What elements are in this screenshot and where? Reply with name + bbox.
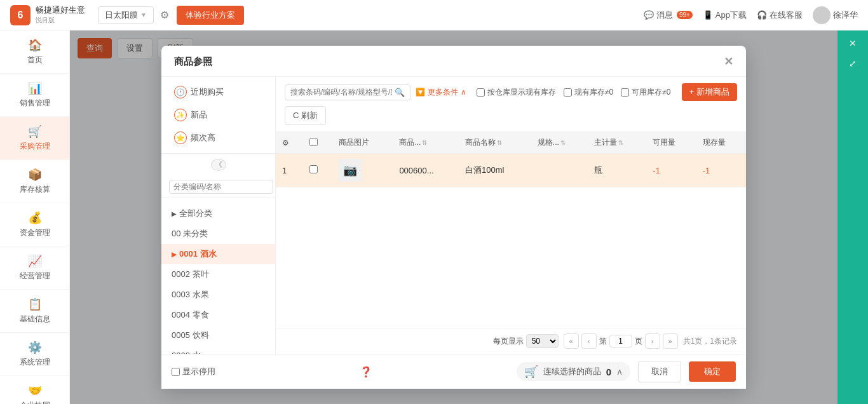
cart-icon[interactable]: 🛒 [524, 365, 538, 379]
filter-icon: 🔽 [416, 88, 425, 97]
cat-item-fruit[interactable]: 0003 水果 [161, 285, 275, 305]
cat-arrow-all: ▶ [172, 210, 177, 217]
checkbox-available-text: 可用库存≠0 [632, 87, 670, 98]
sidebar-item-system[interactable]: ⚙️ 系统管理 [0, 333, 69, 376]
user-item[interactable]: 徐泽华 [813, 6, 858, 24]
show-disabled-label[interactable]: 显示停用 [172, 366, 215, 377]
modal-footer: 显示停用 ❓ 🛒 连续选择的商品 0 ∧ 取消 确定 [161, 354, 746, 389]
checkbox-inventory[interactable] [564, 88, 572, 97]
logo-area: 6 畅捷通好生意 悦目版 [10, 5, 85, 25]
cell-code: 000600... [393, 154, 459, 187]
cat-item-snacks[interactable]: 0004 零食 [161, 305, 275, 325]
category-search-input[interactable] [169, 180, 273, 194]
per-page-dropdown[interactable]: 50 10 20 100 [526, 334, 559, 348]
checkbox-available-label[interactable]: 可用库存≠0 [621, 87, 670, 98]
purchase-icon: 🛒 [28, 125, 42, 138]
sidebar-item-purchase[interactable]: 🛒 采购管理 [0, 117, 69, 160]
cat-item-beverage[interactable]: 0005 饮料 [161, 325, 275, 346]
headset-icon: 🎧 [757, 10, 767, 20]
prev-page-button[interactable]: ‹ [581, 333, 597, 349]
cat-item-uncategorized[interactable]: 00 未分类 [161, 224, 275, 244]
sidebar-item-base-info[interactable]: 📋 基础信息 [0, 290, 69, 333]
checkbox-available[interactable] [621, 88, 629, 97]
table-body: 1 📷 000600... 白酒100ml 瓶 [276, 154, 746, 187]
sidebar-item-sales[interactable]: 📊 销售管理 [0, 74, 69, 117]
online-service-item[interactable]: 🎧 在线客服 [757, 10, 803, 21]
logo-text-area: 畅捷通好生意 悦目版 [36, 5, 85, 25]
sidebar-item-collab[interactable]: 🤝 企业协同 [0, 376, 69, 404]
logo-sub: 悦目版 [36, 16, 85, 25]
filter-label: 更多条件 [428, 87, 458, 98]
product-search-input[interactable] [290, 88, 392, 97]
checkbox-warehouse-label[interactable]: 按仓库显示现有库存 [477, 87, 556, 98]
checkbox-warehouse-text: 按仓库显示现有库存 [487, 87, 556, 98]
cat-item-all[interactable]: ▶ 全部分类 [161, 203, 275, 224]
sidebar-label-purchase: 采购管理 [20, 141, 50, 152]
cancel-button[interactable]: 取消 [638, 361, 681, 382]
col-code: 商品...⇅ [393, 132, 459, 154]
col-unit: 主计量⇅ [588, 132, 646, 154]
logo-text: 畅捷通好生意 [36, 5, 85, 16]
row-checkbox[interactable] [309, 165, 318, 173]
cat-item-liquor[interactable]: ▶ 0001 酒水 [161, 244, 275, 264]
checkbox-warehouse[interactable] [477, 88, 485, 97]
select-all-checkbox[interactable] [309, 138, 318, 146]
sidebar-item-home[interactable]: 🏠 首页 [0, 30, 69, 74]
table-row[interactable]: 1 📷 000600... 白酒100ml 瓶 [276, 154, 746, 187]
cat-item-tea[interactable]: 0002 茶叶 [161, 264, 275, 285]
experience-button[interactable]: 体验行业方案 [177, 6, 244, 25]
system-icon: ⚙️ [28, 340, 42, 354]
quick-nav-recent-label: 近期购买 [191, 86, 224, 98]
sidebar-item-operations[interactable]: 📈 经营管理 [0, 246, 69, 290]
sidebar-item-inventory[interactable]: 📦 库存核算 [0, 160, 69, 203]
refresh-button[interactable]: C 刷新 [285, 106, 326, 125]
cart-collapse-button[interactable]: ∧ [616, 367, 623, 377]
last-page-button[interactable]: » [663, 333, 678, 349]
base-info-icon: 📋 [28, 297, 42, 311]
sidebar: 🏠 首页 📊 销售管理 🛒 采购管理 📦 库存核算 💰 资金管理 📈 经营管理 … [0, 30, 70, 404]
cat-label-uncategorized: 00 未分类 [172, 228, 208, 239]
search-icon[interactable]: 🔍 [395, 88, 405, 97]
next-page-button[interactable]: › [645, 333, 660, 349]
quick-nav-frequent[interactable]: ⭐ 频次高 [169, 128, 268, 148]
teal-close-button[interactable]: ✕ [846, 36, 859, 51]
modal-close-button[interactable]: ✕ [724, 55, 733, 69]
page-label: 第 [599, 336, 607, 347]
product-search-wrap: 🔍 [285, 84, 410, 100]
frequent-icon: ⭐ [174, 131, 187, 144]
message-label: 消息 [656, 10, 673, 21]
quick-nav-recent[interactable]: 🕐 近期购买 [169, 82, 268, 102]
filter-checkboxes: 按仓库显示现有库存 现有库存≠0 可用库存≠0 [477, 87, 671, 98]
cat-item-water[interactable]: 0008 水 [161, 346, 275, 354]
cart-area: 🛒 连续选择的商品 0 ∧ [517, 362, 630, 381]
app-download-item[interactable]: 📱 App下载 [703, 10, 747, 21]
settings-icon[interactable]: ⚙ [282, 138, 289, 147]
first-page-button[interactable]: « [564, 333, 579, 349]
nav-selector[interactable]: 日太阳膜 ▼ [98, 6, 154, 24]
add-product-button[interactable]: + 新增商品 [682, 83, 737, 101]
sidebar-label-inventory: 库存核算 [20, 184, 50, 195]
confirm-button[interactable]: 确定 [689, 361, 736, 382]
modal-body: 🕐 近期购买 ✨ 新品 ⭐ 频次高 [161, 77, 746, 354]
quick-nav-new-label: 新品 [191, 109, 207, 121]
col-checkbox [303, 132, 332, 154]
checkbox-inventory-label[interactable]: 现有库存≠0 [564, 87, 613, 98]
help-icon[interactable]: ❓ [360, 366, 372, 378]
selector-arrow: ▼ [140, 11, 147, 18]
col-available: 可用量 [646, 132, 696, 154]
panel-collapse-button[interactable]: 《 [211, 159, 226, 171]
page-unit: 页 [635, 336, 642, 347]
gear-icon[interactable]: ⚙ [160, 9, 169, 21]
category-search: 🔍 [161, 176, 275, 198]
message-icon-item[interactable]: 💬 消息 99+ [644, 10, 693, 21]
teal-expand-button[interactable]: ⤢ [846, 56, 859, 71]
more-filter-button[interactable]: 🔽 更多条件 ∧ [416, 87, 466, 98]
page-number-input[interactable] [609, 335, 632, 347]
sidebar-label-home: 首页 [27, 55, 43, 65]
cat-label-fruit: 0003 水果 [172, 289, 209, 300]
sidebar-item-finance[interactable]: 💰 资金管理 [0, 203, 69, 246]
page-navigation: « ‹ 第 页 › » [564, 333, 678, 349]
show-disabled-checkbox[interactable] [172, 368, 180, 376]
quick-nav-new[interactable]: ✨ 新品 [169, 105, 268, 125]
per-page-label: 每页显示 [493, 336, 524, 347]
